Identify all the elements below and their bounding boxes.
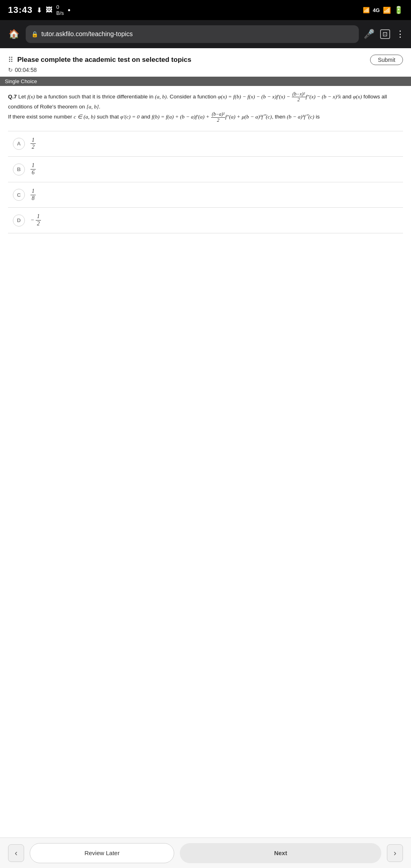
dot-indicator: • [68, 6, 70, 14]
question-area: Q.7 Let f(x) be a function such that it … [0, 86, 411, 239]
option-b-text: 1 6 [31, 162, 36, 176]
options-list: A 1 2 B 1 6 [8, 131, 403, 233]
browser-bar: 🏠 🔒 tutor.askfilo.com/teaching-topics 🎤 … [0, 20, 411, 48]
url-text: tutor.askfilo.com/teaching-topics [41, 31, 133, 38]
option-c-circle: C [13, 189, 25, 201]
battery-icon: 🔋 [394, 6, 403, 14]
option-b[interactable]: B 1 6 [8, 157, 403, 182]
microphone-icon[interactable]: 🎤 [364, 29, 374, 39]
network-type: 4G [373, 7, 380, 13]
status-time: 13:43 [8, 5, 33, 15]
grid-icon: ⠿ [8, 55, 13, 64]
image-icon: 🖼 [46, 6, 52, 14]
bottom-nav: ‹ Review Later Next › [0, 837, 411, 868]
review-later-button[interactable]: Review Later [30, 843, 174, 863]
question-number: Q.7 [8, 94, 17, 100]
question-text: Q.7 Let f(x) be a function such that it … [8, 92, 403, 123]
forward-arrow[interactable]: › [387, 844, 403, 862]
section-badge: Single Choice [0, 77, 411, 86]
option-a-text: 1 2 [31, 137, 36, 151]
timer: ↻ 00:04:58 [8, 67, 403, 73]
more-options-icon[interactable]: ⋮ [396, 29, 405, 39]
page-header: ⠿ Please complete the academic test on s… [0, 48, 411, 77]
bookmark-icon[interactable]: ⊡ [380, 29, 390, 39]
option-a-circle: A [13, 138, 25, 150]
wifi-icon: 📶 [383, 6, 391, 14]
url-bar[interactable]: 🔒 tutor.askfilo.com/teaching-topics [26, 25, 359, 43]
option-d[interactable]: D − 1 2 [8, 208, 403, 233]
network-indicator: 0B/s [56, 4, 64, 16]
lock-icon: 🔒 [31, 31, 38, 37]
page-title: Please complete the academic test on sel… [17, 56, 191, 64]
download-icon: ⬇ [37, 6, 42, 14]
browser-home-button[interactable]: 🏠 [6, 27, 21, 41]
option-b-circle: B [13, 163, 25, 176]
signal-icon: 📶 [363, 7, 370, 13]
status-bar: 13:43 ⬇ 🖼 0B/s • 📶 4G 📶 🔋 [0, 0, 411, 20]
back-arrow[interactable]: ‹ [8, 844, 24, 862]
option-c[interactable]: C 1 8 [8, 182, 403, 208]
timer-icon: ↻ [8, 67, 13, 73]
submit-button[interactable]: Submit [370, 55, 403, 65]
option-d-circle: D [13, 214, 25, 227]
option-a[interactable]: A 1 2 [8, 131, 403, 157]
option-d-text: − 1 2 [31, 213, 41, 227]
option-c-text: 1 8 [31, 188, 36, 202]
timer-value: 00:04:58 [15, 67, 37, 73]
next-button[interactable]: Next [180, 843, 381, 863]
